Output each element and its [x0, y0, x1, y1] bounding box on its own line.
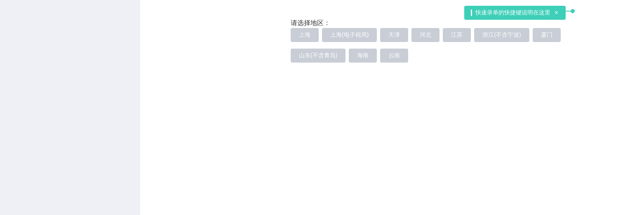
- region-button-xiamen[interactable]: 厦门: [533, 28, 561, 42]
- region-button-shandong[interactable]: 山东(不含青岛): [291, 49, 346, 63]
- region-row-1: 上海上海(电子税局)天津河北江苏浙江(不含宁波)厦门: [291, 28, 641, 42]
- region-button-shanghai[interactable]: 上海: [291, 28, 319, 42]
- tooltip-connector-dot: [571, 9, 575, 13]
- region-button-zhejiang[interactable]: 浙江(不含宁波): [474, 28, 529, 42]
- tooltip-text: 快速录单的快捷键说明在这里: [475, 9, 550, 16]
- region-row-2: 山东(不含青岛)海南云南: [291, 49, 641, 63]
- page-title: 请选择地区：: [291, 19, 330, 28]
- region-button-shanghai-etax[interactable]: 上海(电子税局): [322, 28, 377, 42]
- region-button-jiangsu[interactable]: 江苏: [443, 28, 471, 42]
- region-buttons-container: 上海上海(电子税局)天津河北江苏浙江(不含宁波)厦门 山东(不含青岛)海南云南: [291, 28, 641, 63]
- region-button-hainan[interactable]: 海南: [349, 49, 377, 63]
- region-button-hebei[interactable]: 河北: [411, 28, 440, 42]
- region-button-yunnan[interactable]: 云南: [380, 49, 408, 63]
- main-content: 请选择地区： 上海上海(电子税局)天津河北江苏浙江(不含宁波)厦门 山东(不含青…: [140, 0, 644, 215]
- tooltip-close-button[interactable]: ×: [554, 9, 559, 16]
- region-button-tianjin[interactable]: 天津: [380, 28, 408, 42]
- tooltip-banner: 快速录单的快捷键说明在这里 ×: [464, 6, 566, 20]
- tooltip-bar-icon: [471, 9, 472, 16]
- sidebar: [0, 0, 140, 215]
